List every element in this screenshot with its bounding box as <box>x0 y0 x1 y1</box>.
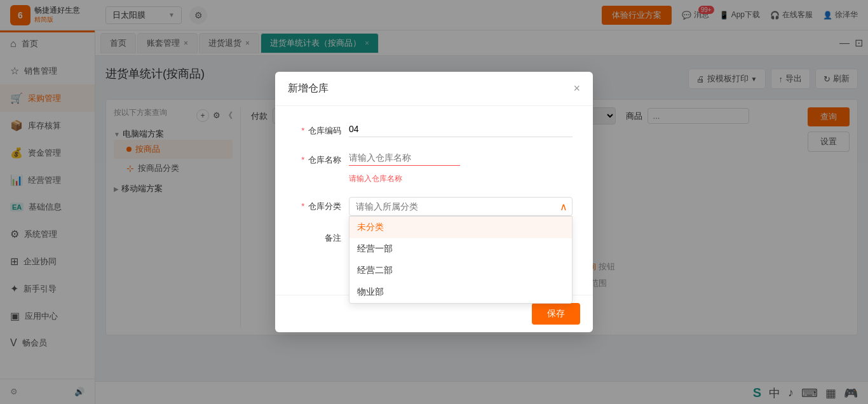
modal-title: 新增仓库 <box>288 82 329 95</box>
new-warehouse-modal: 新增仓库 × * 仓库编码 * 仓库名称 <box>275 72 593 332</box>
warehouse-name-row: * 仓库名称 请输入仓库名称 <box>295 150 573 184</box>
category-dropdown: 未分类 经营一部 经营二部 物业部 <box>349 216 573 304</box>
warehouse-code-input[interactable] <box>349 121 573 137</box>
category-input[interactable] <box>349 197 573 216</box>
save-button[interactable]: 保存 <box>532 303 580 325</box>
dropdown-item-dept3[interactable]: 物业部 <box>349 281 572 303</box>
warehouse-name-input[interactable] <box>349 150 460 166</box>
note-label: 备注 <box>295 229 341 244</box>
modal-close-button[interactable]: × <box>573 82 580 95</box>
modal-header: 新增仓库 × <box>275 72 593 106</box>
modal-body: * 仓库编码 * 仓库名称 请输入仓库名称 <box>275 106 593 295</box>
name-error-msg: 请输入仓库名称 <box>349 174 402 183</box>
dropdown-item-dept1[interactable]: 经营一部 <box>349 238 572 260</box>
name-label: * 仓库名称 <box>295 151 341 166</box>
warehouse-category-row: * 仓库分类 ∧ 未分类 经营一部 经营二部 物业部 <box>295 197 573 216</box>
code-label: * 仓库编码 <box>295 121 341 137</box>
dropdown-item-uncategorized[interactable]: 未分类 <box>349 217 572 238</box>
category-label: * 仓库分类 <box>295 197 341 212</box>
warehouse-code-row: * 仓库编码 <box>295 121 573 137</box>
dropdown-item-dept2[interactable]: 经营二部 <box>349 260 572 281</box>
category-select-wrapper: ∧ 未分类 经营一部 经营二部 物业部 <box>349 197 573 216</box>
modal-overlay[interactable]: 新增仓库 × * 仓库编码 * 仓库名称 <box>0 0 868 404</box>
